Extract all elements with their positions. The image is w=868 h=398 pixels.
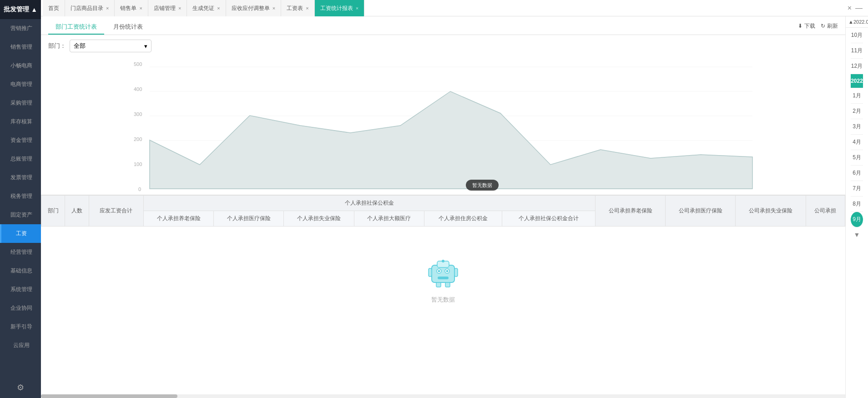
sidebar-item-销售管理[interactable]: 销售管理 — [0, 38, 41, 56]
sidebar-item-工资[interactable]: 工资 — [0, 224, 41, 243]
close-all-icon[interactable]: × — [846, 4, 853, 12]
refresh-icon: ↻ — [821, 23, 825, 29]
sidebar-items: 营销推广销售管理小畅电商电商管理采购管理库存核算资金管理总账管理发票管理税务管理… — [0, 19, 41, 355]
svg-text:300: 300 — [134, 111, 142, 117]
table-scrollbar[interactable] — [41, 394, 845, 398]
sidebar-item-经营管理[interactable]: 经营管理 — [0, 243, 41, 262]
content-area: 部门工资统计表月份统计表 ⬇ 下载 ↻ 刷新 部门： 全部 ▾ — [41, 16, 868, 398]
tab-门店商品目录[interactable]: 门店商品目录× — [65, 0, 115, 16]
tab-close-店铺管理[interactable]: × — [178, 5, 181, 11]
main-area: 首页门店商品目录×销售单×店铺管理×生成凭证×应收应付调整单×工资表×工资统计报… — [41, 0, 868, 398]
sidebar-item-新手引导[interactable]: 新手引导 — [0, 317, 41, 336]
refresh-button[interactable]: ↻ 刷新 — [821, 22, 838, 30]
svg-point-17 — [442, 260, 444, 262]
table-scrollbar-thumb[interactable] — [41, 394, 177, 398]
sidebar-item-企业协同[interactable]: 企业协同 — [0, 299, 41, 317]
sub-tabs-list: 部门工资统计表月份统计表 — [48, 20, 152, 35]
svg-rect-19 — [454, 268, 458, 277]
tab-close-工资表[interactable]: × — [306, 5, 308, 11]
month-item-10月[interactable]: 10月 — [851, 28, 863, 43]
dept-select[interactable]: 全部 ▾ — [70, 40, 151, 52]
svg-text:400: 400 — [134, 86, 142, 92]
sidebar-item-总账管理[interactable]: 总账管理 — [0, 150, 41, 168]
dept-label: 部门： — [48, 42, 66, 50]
month-item-9月[interactable]: 9月 — [851, 212, 863, 227]
sidebar-item-固定资产[interactable]: 固定资产 — [0, 206, 41, 224]
sidebar-item-税务管理[interactable]: 税务管理 — [0, 187, 41, 206]
tab-应收应付调整单[interactable]: 应收应付调整单× — [226, 0, 281, 16]
svg-marker-12 — [150, 91, 752, 189]
sidebar-settings[interactable]: ⚙ — [0, 377, 41, 398]
sidebar-item-发票管理[interactable]: 发票管理 — [0, 168, 41, 187]
dept-select-value: 全部 — [74, 42, 86, 50]
svg-text:500: 500 — [134, 61, 142, 67]
month-item-11月[interactable]: 11月 — [851, 43, 863, 59]
minimize-icon[interactable]: — — [853, 4, 864, 12]
sidebar-title: 批发管理 — [4, 5, 29, 14]
sidebar-item-基础信息[interactable]: 基础信息 — [0, 262, 41, 280]
month-item-2022[interactable]: 2022 — [851, 74, 863, 88]
tab-close-工资统计报表[interactable]: × — [356, 5, 358, 11]
sidebar-item-营销推广[interactable]: 营销推广 — [0, 19, 41, 38]
svg-point-22 — [438, 270, 440, 272]
date-nav-down[interactable]: ▼ — [850, 227, 864, 242]
col-count: 人数 — [65, 196, 89, 227]
col-personal-major-medical: 个人承担大额医疗 — [354, 211, 424, 227]
month-item-12月[interactable]: 12月 — [851, 59, 863, 74]
main-panel: 部门工资统计表月份统计表 ⬇ 下载 ↻ 刷新 部门： 全部 ▾ — [41, 16, 845, 398]
tab-close-门店商品目录[interactable]: × — [106, 5, 109, 11]
right-panel: ▲ 2022.09 10月11月12月20221月2月3月4月5月6月7月8月9… — [845, 16, 868, 398]
sub-tab-月份统计表[interactable]: 月份统计表 — [106, 20, 150, 35]
month-item-4月[interactable]: 4月 — [851, 135, 863, 150]
month-item-2月[interactable]: 2月 — [851, 104, 863, 119]
col-personal-unemp: 个人承担失业保险 — [284, 211, 354, 227]
month-item-7月[interactable]: 7月 — [851, 181, 863, 196]
sidebar-item-库存核算[interactable]: 库存核算 — [0, 112, 41, 131]
svg-text:0: 0 — [138, 186, 141, 192]
sidebar-item-电商管理[interactable]: 电商管理 — [0, 75, 41, 94]
col-personal-group: 个人承担社保公积金 — [143, 196, 595, 211]
month-item-6月[interactable]: 6月 — [851, 166, 863, 181]
empty-icon — [425, 254, 461, 290]
tab-销售单[interactable]: 销售单× — [115, 0, 148, 16]
sub-tab-actions: ⬇ 下载 ↻ 刷新 — [798, 22, 838, 33]
col-personal-total: 个人承担社保公积金合计 — [502, 211, 595, 227]
refresh-label: 刷新 — [827, 22, 838, 30]
tab-生成凭证[interactable]: 生成凭证× — [187, 0, 226, 16]
chart-area: 0 100 200 300 400 500 — [41, 57, 845, 195]
tab-close-生成凭证[interactable]: × — [217, 5, 220, 11]
empty-state: 暂无数据 — [41, 227, 845, 331]
col-company-other: 公司承担 — [806, 196, 845, 227]
svg-rect-24 — [438, 277, 449, 279]
svg-text:暂无数据: 暂无数据 — [472, 182, 492, 188]
tab-close-应收应付调整单[interactable]: × — [273, 5, 275, 11]
date-nav-up[interactable]: ▲ — [848, 19, 853, 25]
month-item-3月[interactable]: 3月 — [851, 119, 863, 135]
tab-首页[interactable]: 首页 — [43, 0, 65, 16]
sidebar-item-采购管理[interactable]: 采购管理 — [0, 94, 41, 112]
tab-工资表[interactable]: 工资表× — [281, 0, 314, 16]
table-area[interactable]: 部门 人数 应发工资合计 个人承担社保公积金 公司承担养老保险 公司承担医疗保险… — [41, 195, 845, 394]
col-personal-pension: 个人承担养老保险 — [143, 211, 213, 227]
month-item-5月[interactable]: 5月 — [851, 150, 863, 166]
col-total-salary: 应发工资合计 — [89, 196, 143, 227]
sidebar-item-小畅电商[interactable]: 小畅电商 — [0, 56, 41, 75]
download-label: 下载 — [804, 22, 815, 30]
sub-tab-部门工资统计表[interactable]: 部门工资统计表 — [48, 20, 104, 35]
chevron-down-icon: ▾ — [144, 43, 147, 50]
table-header-group-row: 部门 人数 应发工资合计 个人承担社保公积金 公司承担养老保险 公司承担医疗保险… — [41, 196, 845, 211]
col-personal-medical: 个人承担医疗保险 — [214, 211, 284, 227]
tab-close-销售单[interactable]: × — [139, 5, 142, 11]
sidebar-item-云应用[interactable]: 云应用 — [0, 336, 41, 355]
tab-工资统计报表[interactable]: 工资统计报表× — [315, 0, 364, 16]
month-item-8月[interactable]: 8月 — [851, 196, 863, 212]
download-button[interactable]: ⬇ 下载 — [798, 22, 815, 30]
month-item-1月[interactable]: 1月 — [851, 88, 863, 104]
sidebar-item-资金管理[interactable]: 资金管理 — [0, 131, 41, 150]
tab-店铺管理[interactable]: 店铺管理× — [148, 0, 187, 16]
sub-tabs: 部门工资统计表月份统计表 ⬇ 下载 ↻ 刷新 — [41, 16, 845, 35]
col-company-medical: 公司承担医疗保险 — [666, 196, 736, 227]
tabs-container: 首页门店商品目录×销售单×店铺管理×生成凭证×应收应付调整单×工资表×工资统计报… — [43, 0, 364, 16]
sidebar-item-系统管理[interactable]: 系统管理 — [0, 280, 41, 299]
sidebar-header[interactable]: 批发管理 ▲ — [0, 0, 41, 19]
